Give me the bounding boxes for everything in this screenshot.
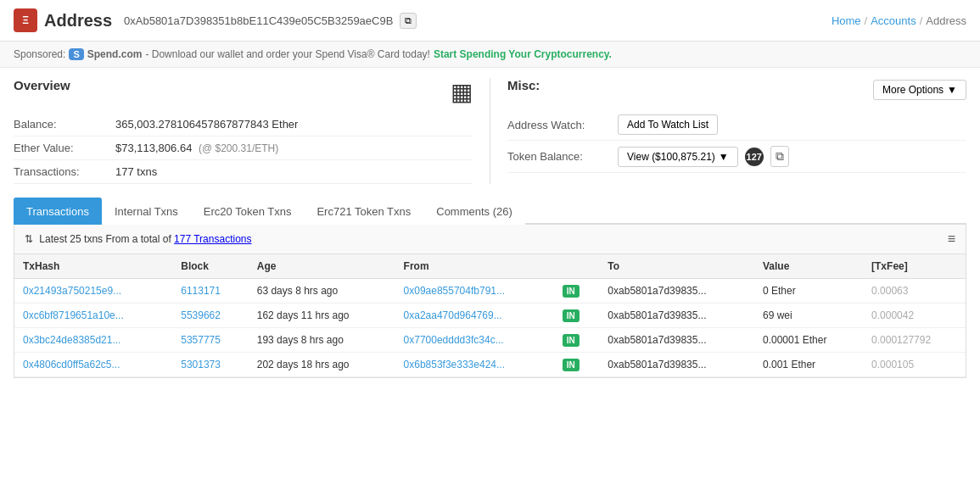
accounts-link[interactable]: Accounts: [871, 14, 916, 27]
sponsor-name: Spend.com: [87, 48, 143, 60]
ether-usd: $73,113,806.64: [115, 142, 192, 154]
block-link[interactable]: 6113171: [181, 285, 221, 297]
cell-age: 162 days 11 hrs ago: [249, 304, 395, 328]
header-row: TxHash Block Age From To Value [TxFee]: [14, 254, 966, 279]
col-block: Block: [172, 254, 249, 279]
direction-badge: IN: [563, 285, 580, 298]
txhash-link[interactable]: 0xc6bf8719651a10e...: [23, 309, 124, 321]
balance-row: Balance: 365,003.278106457867877843 Ethe…: [14, 113, 473, 136]
cell-direction: IN: [554, 304, 600, 328]
table-row: 0x4806cd0ff5a62c5... 5301373 202 days 18…: [14, 353, 966, 377]
cell-fee: 0.00063: [863, 279, 966, 304]
cell-to: 0xab5801a7d39835...: [599, 304, 754, 328]
cell-block: 5539662: [172, 304, 249, 328]
transactions-section: ⇅ Latest 25 txns From a total of 177 Tra…: [14, 225, 966, 378]
header-left: Ξ Address 0xAb5801a7D398351b8bE11C439e05…: [14, 8, 417, 32]
transactions-count: 177 txns: [115, 165, 473, 178]
breadcrumb: Home / Accounts / Address: [832, 14, 966, 27]
cell-txhash: 0x3bc24de8385d21...: [14, 328, 172, 353]
cell-direction: IN: [554, 328, 600, 353]
home-link[interactable]: Home: [832, 14, 861, 27]
from-link[interactable]: 0xa2aa470d964769...: [404, 309, 502, 321]
more-options-button[interactable]: More Options ▼: [873, 80, 966, 100]
token-balance-value: View ($100,875.21) ▼ 127 ⧉: [618, 146, 966, 167]
txhash-link[interactable]: 0x3bc24de8385d21...: [23, 334, 120, 346]
add-to-watchlist-button[interactable]: Add To Watch List: [618, 114, 718, 135]
cell-block: 5301373: [172, 353, 249, 377]
current-page-label: Address: [926, 14, 966, 27]
txhash-link[interactable]: 0x21493a750215e9...: [23, 285, 121, 297]
cell-to: 0xab5801a7d39835...: [599, 328, 754, 353]
cell-from: 0xa2aa470d964769...: [395, 304, 554, 328]
misc-panel: Misc: More Options ▼ Address Watch: Add …: [490, 78, 966, 184]
cell-value: 0.001 Ether: [754, 353, 863, 377]
cell-value: 0.00001 Ether: [754, 328, 863, 353]
address-watch-row: Address Watch: Add To Watch List: [507, 109, 966, 141]
token-balance-label: Token Balance:: [507, 150, 618, 163]
col-from: From: [395, 254, 554, 279]
main-content: Overview ▦ Balance: 365,003.278106457867…: [0, 68, 980, 388]
address-text: 0xAb5801a7D398351b8bE11C439e05C5B3259aeC…: [124, 14, 393, 27]
tab-erc20[interactable]: Erc20 Token Txns: [191, 198, 305, 225]
copy-address-button[interactable]: ⧉: [400, 13, 417, 29]
dropdown-arrow-icon: ▼: [719, 151, 729, 163]
block-link[interactable]: 5301373: [181, 359, 221, 370]
cell-fee: 0.000105: [863, 353, 966, 377]
tabs-bar: Transactions Internal Txns Erc20 Token T…: [14, 198, 966, 225]
hamburger-icon[interactable]: ≡: [948, 231, 955, 247]
sponsor-cta-link[interactable]: Start Spending Your Cryptocurrency.: [434, 48, 612, 60]
col-to: To: [599, 254, 754, 279]
sponsor-logo: S: [69, 48, 83, 60]
balance-value: 365,003.278106457867877843 Ether: [115, 118, 473, 131]
from-link[interactable]: 0x09ae855704fb791...: [404, 285, 505, 297]
table-row: 0xc6bf8719651a10e... 5539662 162 days 11…: [14, 304, 966, 328]
direction-badge: IN: [563, 309, 580, 322]
transactions-row: Transactions: 177 txns: [14, 160, 473, 184]
direction-badge: IN: [563, 359, 580, 371]
cell-txhash: 0xc6bf8719651a10e...: [14, 304, 172, 328]
external-link-icon[interactable]: ⧉: [770, 146, 789, 167]
tab-comments[interactable]: Comments (26): [423, 198, 525, 225]
cell-direction: IN: [554, 279, 600, 304]
table-body: 0x21493a750215e9... 6113171 63 days 8 hr…: [14, 279, 966, 377]
logo-icon: Ξ: [14, 8, 37, 32]
cell-txhash: 0x4806cd0ff5a62c5...: [14, 353, 172, 377]
cell-age: 202 days 18 hrs ago: [249, 353, 395, 377]
col-direction: [554, 254, 600, 279]
table-row: 0x21493a750215e9... 6113171 63 days 8 hr…: [14, 279, 966, 304]
tab-internal[interactable]: Internal Txns: [102, 198, 191, 225]
cell-value: 69 wei: [754, 304, 863, 328]
overview-title: Overview: [14, 78, 70, 92]
cell-age: 193 days 8 hrs ago: [249, 328, 395, 353]
info-section: Overview ▦ Balance: 365,003.278106457867…: [14, 78, 966, 184]
sponsor-text: - Download our wallet and order your Spe…: [145, 48, 429, 60]
table-header: TxHash Block Age From To Value [TxFee]: [14, 254, 966, 279]
from-link[interactable]: 0x6b853f3e333e424...: [404, 359, 505, 370]
block-link[interactable]: 5539662: [181, 309, 221, 321]
txhash-link[interactable]: 0x4806cd0ff5a62c5...: [23, 359, 120, 370]
cell-value: 0 Ether: [754, 279, 863, 304]
sponsored-bar: Sponsored: S Spend.com - Download our wa…: [0, 42, 980, 68]
cell-block: 5357775: [172, 328, 249, 353]
token-view-button[interactable]: View ($100,875.21) ▼: [618, 147, 738, 167]
from-link[interactable]: 0x7700edddd3fc34c...: [404, 334, 504, 346]
cell-from: 0x7700edddd3fc34c...: [395, 328, 554, 353]
transactions-summary: ⇅ Latest 25 txns From a total of 177 Tra…: [25, 233, 251, 245]
token-balance-row: Token Balance: View ($100,875.21) ▼ 127 …: [507, 141, 966, 173]
header: Ξ Address 0xAb5801a7D398351b8bE11C439e05…: [0, 0, 980, 42]
cell-from: 0x09ae855704fb791...: [395, 279, 554, 304]
cell-age: 63 days 8 hrs ago: [249, 279, 395, 304]
col-age: Age: [249, 254, 395, 279]
col-value: Value: [754, 254, 863, 279]
block-link[interactable]: 5357775: [181, 334, 221, 346]
cell-direction: IN: [554, 353, 600, 377]
tab-erc721[interactable]: Erc721 Token Txns: [304, 198, 423, 225]
balance-label: Balance:: [14, 118, 115, 131]
misc-header: Misc: More Options ▼: [507, 78, 966, 101]
tab-transactions[interactable]: Transactions: [14, 198, 102, 225]
ether-value-row: Ether Value: $73,113,806.64 (@ $200.31/E…: [14, 136, 473, 160]
total-transactions-link[interactable]: 177 Transactions: [174, 233, 251, 245]
table-row: 0x3bc24de8385d21... 5357775 193 days 8 h…: [14, 328, 966, 353]
transactions-header: ⇅ Latest 25 txns From a total of 177 Tra…: [14, 225, 966, 254]
qr-code-icon[interactable]: ▦: [451, 78, 473, 106]
